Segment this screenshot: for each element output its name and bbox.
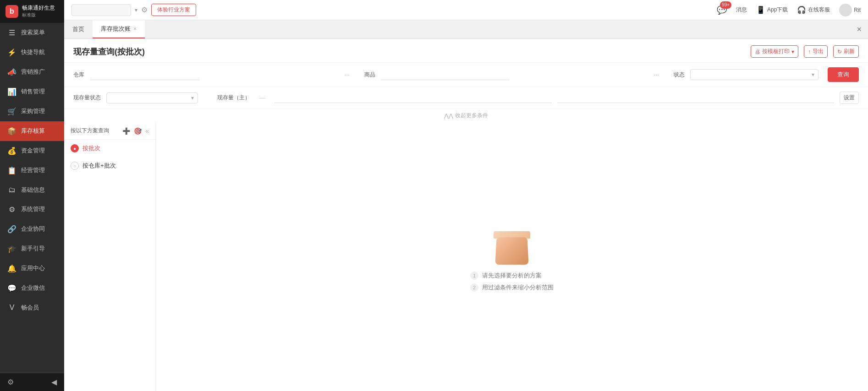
username: Rit (854, 7, 861, 13)
tab-home[interactable]: 首页 (64, 21, 93, 38)
goods-more-icon[interactable]: ··· (654, 71, 659, 78)
sidebar-icon-13: 💬 (7, 284, 16, 293)
message-btn[interactable]: 💬 99+ (717, 5, 727, 15)
body-area: 按以下方案查询 ➕ 🎯 « ● 按批次 ○ 按仓库+批次 (64, 122, 868, 391)
sidebar-item-8[interactable]: 🗂基础信息 (0, 180, 64, 200)
sidebar: b 畅康通好生意 标准版 ☰搜索菜单⚡快捷导航📣营销推广📊销售管理🛒采购管理📦库… (0, 0, 64, 391)
tab-bar: 首页 库存批次账 × × (64, 20, 868, 39)
main-area: ▾ ⚙ 体验行业方案 💬 99+ 消息 📱 App下载 🎧 在线客服 Rit (64, 0, 868, 391)
settings-btn[interactable]: 设置 (840, 92, 859, 104)
sidebar-icon-11: 🎓 (7, 244, 16, 253)
sidebar-item-14[interactable]: V畅会员 (0, 298, 64, 317)
avatar (839, 4, 852, 16)
tab-stock-batch[interactable]: 库存批次账 × (93, 20, 145, 38)
topbar: ▾ ⚙ 体验行业方案 💬 99+ 消息 📱 App下载 🎧 在线客服 Rit (64, 0, 868, 20)
app-download-btn[interactable]: 📱 App下载 (756, 5, 788, 14)
empty-state: 1 请先选择要分析的方案 2 用过滤条件来缩小分析范围 (470, 218, 554, 295)
topbar-right: 💬 99+ 消息 📱 App下载 🎧 在线客服 Rit (717, 4, 861, 16)
topbar-gear-icon[interactable]: ⚙ (141, 5, 148, 14)
status-label: 状态 (674, 71, 685, 79)
collapse-icon[interactable]: ◀ (51, 378, 57, 386)
sidebar-icon-9: ⚙ (7, 205, 16, 214)
sidebar-label-11: 新手引导 (21, 244, 45, 253)
left-panel: 按以下方案查询 ➕ 🎯 « ● 按批次 ○ 按仓库+批次 (64, 122, 156, 391)
panel-close-icon[interactable]: × (850, 25, 868, 34)
search-input[interactable] (71, 4, 131, 16)
sidebar-icon-3: 📊 (7, 87, 16, 96)
box-body (495, 237, 528, 265)
warehouse-more-icon[interactable]: ··· (344, 71, 350, 78)
filter-collapse-btn[interactable]: ⋀⋀ 收起更多条件 (64, 109, 868, 122)
message-label: 消息 (736, 6, 747, 14)
sidebar-item-5[interactable]: 📦库存核算 (0, 121, 64, 141)
sidebar-label-5: 库存核算 (21, 127, 45, 135)
sidebar-item-1[interactable]: ⚡快捷导航 (0, 43, 64, 62)
sidebar-label-0: 搜索菜单 (21, 28, 45, 37)
plan-settings-icon[interactable]: 🎯 (134, 127, 142, 135)
sidebar-item-11[interactable]: 🎓新手引导 (0, 239, 64, 259)
sidebar-label-7: 经营管理 (21, 166, 45, 174)
stock-qty-to[interactable] (557, 92, 835, 103)
page-title: 现存量查询(按批次) (73, 46, 145, 57)
app-info: 畅康通好生意 标准版 (22, 5, 55, 18)
sidebar-item-2[interactable]: 📣营销推广 (0, 62, 64, 82)
step-2-num: 2 (470, 283, 478, 292)
settings-icon[interactable]: ⚙ (7, 378, 14, 386)
sidebar-icon-2: 📣 (7, 68, 16, 76)
tab-close-icon[interactable]: × (133, 26, 137, 32)
print-btn[interactable]: 🖨 按模板打印 ▾ (751, 45, 798, 58)
sidebar-icon-0: ☰ (7, 28, 16, 37)
sidebar-label-12: 应用中心 (21, 264, 45, 272)
sidebar-nav: ☰搜索菜单⚡快捷导航📣营销推广📊销售管理🛒采购管理📦库存核算💰资金管理📋经营管理… (0, 23, 64, 373)
plan-item-warehouse-batch[interactable]: ○ 按仓库+批次 (64, 157, 155, 174)
sidebar-item-6[interactable]: 💰资金管理 (0, 141, 64, 161)
right-panel: 1 请先选择要分析的方案 2 用过滤条件来缩小分析范围 (156, 122, 868, 391)
sidebar-item-4[interactable]: 🛒采购管理 (0, 102, 64, 121)
filter-row-2: 现存量状态 ▾ 现存量（主） — 设置 (64, 87, 868, 109)
stock-status-select[interactable]: ▾ (106, 92, 198, 103)
app-logo: b (5, 5, 18, 18)
topbar-chevron-icon[interactable]: ▾ (135, 7, 137, 13)
stock-qty-label: 现存量（主） (217, 94, 250, 102)
plan-item-warehouse-batch-label: 按仓库+批次 (82, 162, 116, 170)
sidebar-item-0[interactable]: ☰搜索菜单 (0, 23, 64, 43)
stock-qty-dash: — (259, 94, 265, 101)
message-badge: 99+ (720, 1, 731, 9)
add-plan-icon[interactable]: ➕ (122, 127, 130, 135)
empty-step-1: 1 请先选择要分析的方案 (470, 272, 554, 280)
plan-item-batch[interactable]: ● 按批次 (64, 140, 155, 157)
sidebar-item-9[interactable]: ⚙系统管理 (0, 200, 64, 219)
collapse-left-icon[interactable]: « (145, 127, 149, 135)
filter-area: 仓库 ··· 商品 ··· 状态 ▾ 查询 现存量状态 ▾ (64, 63, 868, 122)
goods-input[interactable] (381, 70, 509, 80)
sidebar-item-3[interactable]: 📊销售管理 (0, 82, 64, 102)
sidebar-label-4: 采购管理 (21, 107, 45, 115)
page-actions: 🖨 按模板打印 ▾ ↑ 导出 ↻ 刷新 (751, 45, 859, 58)
query-btn[interactable]: 查询 (828, 67, 859, 82)
sidebar-item-7[interactable]: 📋经营管理 (0, 161, 64, 180)
sidebar-item-13[interactable]: 💬企业微信 (0, 278, 64, 298)
sidebar-icon-12: 🔔 (7, 264, 16, 273)
stock-qty-from[interactable] (275, 92, 552, 103)
headset-icon: 🎧 (797, 5, 806, 14)
online-service-btn[interactable]: 🎧 在线客服 (797, 5, 830, 14)
phone-icon: 📱 (756, 5, 765, 14)
sidebar-label-9: 系统管理 (21, 205, 45, 213)
sidebar-footer: ⚙ ◀ (0, 373, 64, 391)
status-select[interactable]: ▾ (690, 69, 819, 80)
experience-btn[interactable]: 体验行业方案 (151, 4, 196, 16)
left-panel-icons: ➕ 🎯 « (122, 127, 149, 135)
content-area: 现存量查询(按批次) 🖨 按模板打印 ▾ ↑ 导出 ↻ 刷新 (64, 39, 868, 391)
status-chevron-icon: ▾ (812, 71, 814, 78)
sidebar-icon-5: 📦 (7, 127, 16, 136)
user-avatar[interactable]: Rit (839, 4, 861, 16)
export-btn[interactable]: ↑ 导出 (804, 45, 828, 58)
sidebar-item-10[interactable]: 🔗企业协同 (0, 219, 64, 239)
stock-status-chevron-icon: ▾ (191, 95, 194, 101)
sidebar-item-12[interactable]: 🔔应用中心 (0, 259, 64, 278)
sidebar-label-6: 资金管理 (21, 147, 45, 155)
page-header: 现存量查询(按批次) 🖨 按模板打印 ▾ ↑ 导出 ↻ 刷新 (64, 39, 868, 63)
refresh-btn[interactable]: ↻ 刷新 (833, 45, 859, 58)
warehouse-input[interactable] (90, 70, 200, 80)
empty-steps: 1 请先选择要分析的方案 2 用过滤条件来缩小分析范围 (470, 272, 554, 295)
